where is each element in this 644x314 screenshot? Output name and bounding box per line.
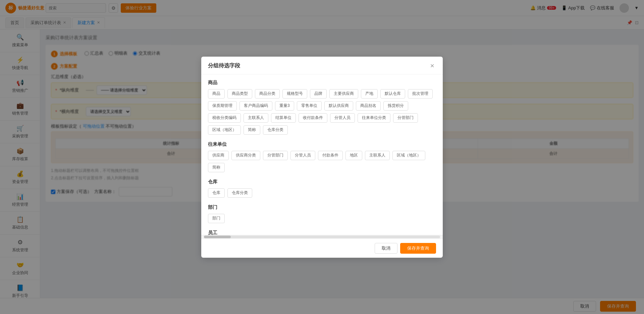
section-title-department: 部门 (208, 204, 436, 210)
field-tag[interactable]: 规格型号 (282, 89, 307, 99)
modal-header: 分组待选字段 ✕ (201, 57, 443, 74)
modal-title: 分组待选字段 (208, 62, 240, 69)
modal-overlay[interactable]: 分组待选字段 ✕ 商品商品商品类型商品分类规格型号品牌主要供应商产地默认仓库批次… (0, 0, 644, 314)
modal-save-btn[interactable]: 保存并查询 (400, 243, 436, 254)
field-tag[interactable]: 商品 (208, 89, 225, 99)
field-tag[interactable]: 主联系人 (365, 151, 390, 160)
field-tags-partner: 供应商供应商分类分管部门分管人员付款条件地区主联系人区域（地区）简称 (208, 151, 436, 172)
field-tag[interactable]: 收付款条件 (299, 113, 327, 123)
section-title-staff: 员工 (208, 230, 436, 235)
modal: 分组待选字段 ✕ 商品商品商品类型商品分类规格型号品牌主要供应商产地默认仓库批次… (201, 57, 443, 258)
field-tag[interactable]: 仓库分类 (263, 125, 288, 135)
field-tags-goods: 商品商品类型商品分类规格型号品牌主要供应商产地默认仓库批次管理保质期管理客户商品… (208, 89, 436, 135)
field-tag[interactable]: 拣货积分 (383, 101, 408, 111)
field-tag[interactable]: 供应商分类 (231, 151, 260, 160)
field-tag[interactable]: 分管部门 (263, 151, 288, 160)
field-tag[interactable]: 付款条件 (318, 151, 343, 160)
scrollbar-area[interactable] (201, 235, 443, 239)
modal-body: 商品商品商品类型商品分类规格型号品牌主要供应商产地默认仓库批次管理保质期管理客户… (201, 74, 443, 235)
close-icon: ✕ (430, 63, 434, 69)
modal-footer: 取消 保存并查询 (201, 239, 443, 258)
section-title-goods: 商品 (208, 80, 436, 86)
scroll-thumb[interactable] (204, 236, 231, 238)
section-title-partner: 往来单位 (208, 141, 436, 147)
section-title-warehouse: 仓库 (208, 179, 436, 185)
field-tag[interactable]: 地区 (345, 151, 362, 160)
field-tag[interactable]: 保质期管理 (208, 101, 237, 111)
field-tag[interactable]: 仓库 (208, 188, 225, 198)
field-tag[interactable]: 批次管理 (408, 89, 433, 99)
field-tag[interactable]: 结算单位 (271, 113, 296, 123)
field-tag[interactable]: 往来单位分类 (358, 113, 390, 123)
field-tag[interactable]: 部门 (208, 214, 225, 223)
field-tag[interactable]: 商品分类 (255, 89, 280, 99)
field-tag[interactable]: 区域（地区） (208, 125, 241, 135)
field-tag[interactable]: 税收分类编码 (208, 113, 241, 123)
section-goods: 商品商品商品类型商品分类规格型号品牌主要供应商产地默认仓库批次管理保质期管理客户… (208, 80, 436, 135)
field-tag[interactable]: 品牌 (310, 89, 327, 99)
field-tag[interactable]: 商品别名 (356, 101, 381, 111)
field-tag[interactable]: 商品类型 (227, 89, 252, 99)
modal-close-btn[interactable]: ✕ (428, 62, 436, 70)
section-warehouse: 仓库仓库仓库分类 (208, 179, 436, 198)
section-staff: 员工业务员 (208, 230, 436, 235)
field-tag[interactable]: 主要供应商 (329, 89, 358, 99)
field-tag[interactable]: 分管部门 (393, 113, 418, 123)
section-partner: 往来单位供应商供应商分类分管部门分管人员付款条件地区主联系人区域（地区）简称 (208, 141, 436, 172)
field-tag[interactable]: 分管人员 (330, 113, 355, 123)
field-tag[interactable]: 产地 (361, 89, 378, 99)
modal-cancel-btn[interactable]: 取消 (375, 243, 397, 254)
field-tag[interactable]: 区域（地区） (392, 151, 425, 160)
field-tags-department: 部门 (208, 214, 436, 223)
field-tag[interactable]: 主联系人 (244, 113, 268, 123)
field-tag[interactable]: 简称 (208, 163, 225, 172)
field-tag[interactable]: 简称 (244, 125, 260, 135)
field-tag[interactable]: 供应商 (208, 151, 229, 160)
section-department: 部门部门 (208, 204, 436, 223)
field-tag[interactable]: 重量3 (275, 101, 294, 111)
field-tags-warehouse: 仓库仓库分类 (208, 188, 436, 198)
field-tag[interactable]: 分管人员 (290, 151, 315, 160)
field-tag[interactable]: 仓库分类 (227, 188, 252, 198)
field-tag[interactable]: 默认仓库 (380, 89, 405, 99)
field-tag[interactable]: 默认供应商 (324, 101, 353, 111)
scroll-track[interactable] (204, 236, 440, 238)
field-tag[interactable]: 零售单位 (297, 101, 322, 111)
field-tag[interactable]: 客户商品编码 (239, 101, 272, 111)
